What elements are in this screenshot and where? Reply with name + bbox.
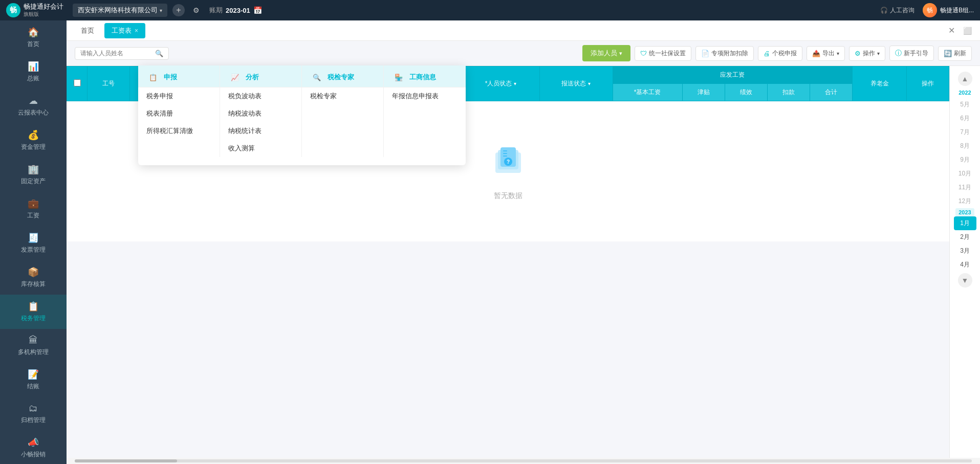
cal-month-2[interactable]: 2月 xyxy=(954,230,976,244)
window-maximize-icon[interactable]: ⬜ xyxy=(963,27,972,35)
add-person-label: 添加人员 xyxy=(591,49,617,58)
add-person-button[interactable]: 添加人员 ▾ xyxy=(582,45,630,61)
cal-month-9[interactable]: 9月 xyxy=(954,153,976,167)
cal-month-5[interactable]: 5月 xyxy=(954,98,976,112)
popup-item-tax-fluctuate[interactable]: 纳税波动表 xyxy=(220,105,301,122)
cloud-icon: ☁ xyxy=(29,95,38,106)
inventory-icon: 📦 xyxy=(28,267,39,278)
guide-toolbar-icon: ⓘ xyxy=(895,49,902,58)
cal-prev-button[interactable]: ▲ xyxy=(958,72,972,86)
popup-section-header-fenxi: 📈 分析 xyxy=(220,65,301,87)
popup-section-fenxi: 📈 分析 税负波动表 纳税波动表 纳税统计表 收入测算 xyxy=(220,65,302,157)
popup-item-tax-stat[interactable]: 纳税统计表 xyxy=(220,122,301,140)
sidebar-label-salary: 工资 xyxy=(27,211,39,220)
checkbox-header[interactable] xyxy=(67,67,88,101)
help-button[interactable]: 🎧 人工咨询 xyxy=(880,6,914,15)
cal-month-12[interactable]: 12月 xyxy=(954,194,976,208)
company-selector[interactable]: 西安虾米网络科技有限公司 ▾ xyxy=(73,4,167,17)
archive-icon: 🗂 xyxy=(29,403,38,414)
content-area: 首页 工资表 × ✕ ⬜ 🔍 添加人员 ▾ 🛡 统一社保设置 xyxy=(67,20,980,464)
sidebar-label-archive: 归档管理 xyxy=(21,416,46,425)
tab-close-icon[interactable]: × xyxy=(135,27,138,34)
shuijian-icon: 🔍 xyxy=(310,71,323,84)
sidebar-item-inventory[interactable]: 📦 库存核算 xyxy=(0,260,67,295)
cal-month-10[interactable]: 10月 xyxy=(954,167,976,181)
hscroll-thumb[interactable] xyxy=(75,459,177,462)
popup-item-tax-form[interactable]: 税表清册 xyxy=(138,105,220,122)
popup-section-header-gongshang: 🏪 工商信息 xyxy=(384,65,466,87)
cal-month-3[interactable]: 3月 xyxy=(954,244,976,258)
hscroll-track[interactable] xyxy=(75,459,972,462)
operate-button[interactable]: ⚙ 操作 ▾ xyxy=(849,46,885,61)
operate-arrow-icon: ▾ xyxy=(877,51,880,56)
sidebar-item-close[interactable]: 📝 结账 xyxy=(0,363,67,397)
logo-text: 畅捷通好会计 旗舰版 xyxy=(24,3,63,18)
col-op: 操作 xyxy=(906,67,949,101)
popup-section-header-shuijian: 🔍 税检专家 xyxy=(302,65,383,87)
headset-icon: 🎧 xyxy=(880,7,888,14)
sidebar-item-assets[interactable]: 🏢 固定资产 xyxy=(0,158,67,192)
sidebar-label-fund: 资金管理 xyxy=(21,143,46,151)
sidebar-item-salary[interactable]: 💼 工资 xyxy=(0,192,67,226)
cal-month-8[interactable]: 8月 xyxy=(954,139,976,153)
popup-section-header-sbao: 📋 申报 xyxy=(138,65,220,87)
sidebar-item-fund[interactable]: 💰 资金管理 xyxy=(0,123,67,158)
export-button[interactable]: 📤 导出 ▾ xyxy=(807,46,845,61)
social-insurance-button[interactable]: 🛡 统一社保设置 xyxy=(635,46,691,61)
popup-item-tax-burden[interactable]: 税负波动表 xyxy=(220,87,301,105)
calendar-icon[interactable]: 📅 xyxy=(253,6,262,14)
special-deduction-button[interactable]: 📄 专项附加扣除 xyxy=(695,46,754,61)
cal-month-11[interactable]: 11月 xyxy=(954,181,976,194)
fenxi-icon: 📈 xyxy=(228,71,242,84)
sidebar-item-archive[interactable]: 🗂 归档管理 xyxy=(0,397,67,431)
search-input[interactable] xyxy=(80,50,152,57)
cal-month-6[interactable]: 6月 xyxy=(954,112,976,125)
sidebar-item-expense[interactable]: 📣 小畅报销 xyxy=(0,431,67,464)
sidebar-item-home[interactable]: 🏠 首页 xyxy=(0,20,67,55)
user-name: 畅捷通B组... xyxy=(940,6,974,15)
add-person-dropdown-icon: ▾ xyxy=(619,50,622,57)
empty-icon: ? xyxy=(488,142,529,183)
popup-item-income-estimate[interactable]: 收入测算 xyxy=(220,140,301,157)
tab-home[interactable]: 首页 xyxy=(75,22,100,39)
tab-salary[interactable]: 工资表 × xyxy=(104,23,145,38)
search-icon[interactable]: 🔍 xyxy=(155,50,163,57)
select-all-checkbox[interactable] xyxy=(74,79,81,86)
popup-item-tax-expert[interactable]: 税检专家 xyxy=(302,87,383,105)
guide-button[interactable]: ⓘ 新手引导 xyxy=(889,46,934,61)
popup-item-income-settle[interactable]: 所得税汇算清缴 xyxy=(138,122,220,140)
gongshang-icon: 🏪 xyxy=(392,71,405,84)
export-icon: 📤 xyxy=(812,50,820,57)
sidebar-item-ledger[interactable]: 📊 总账 xyxy=(0,55,67,89)
ledger-icon: 📊 xyxy=(28,61,39,72)
sbao-title: 申报 xyxy=(164,73,177,82)
cal-month-1[interactable]: 1月 xyxy=(954,216,976,230)
popup-section-sbao: 📋 申报 税务申报 税表清册 所得税汇算清缴 xyxy=(138,65,220,157)
sub-col-performance: 绩效 xyxy=(725,84,767,101)
sidebar-item-invoice[interactable]: 🧾 发票管理 xyxy=(0,226,67,260)
popup-item-tax-report[interactable]: 税务申报 xyxy=(138,87,220,105)
popup-item-annual-report[interactable]: 年报信息申报表 xyxy=(384,87,466,105)
refresh-button[interactable]: 🔄 刷新 xyxy=(938,46,972,61)
col-group-salary: 应发工资 xyxy=(613,67,853,84)
user-menu[interactable]: 畅 畅捷通B组... xyxy=(923,3,974,17)
multi-icon: 🏛 xyxy=(29,335,38,346)
cal-month-7[interactable]: 7月 xyxy=(954,125,976,139)
sidebar-item-multi[interactable]: 🏛 多机构管理 xyxy=(0,329,67,363)
sidebar-item-tax[interactable]: 📋 税务管理 xyxy=(0,295,67,329)
settings-icon[interactable]: ⚙ xyxy=(190,4,202,16)
cal-month-4[interactable]: 4月 xyxy=(954,258,976,272)
sidebar-label-ledger: 总账 xyxy=(27,74,39,83)
sbao-icon: 📋 xyxy=(146,71,160,84)
tax-report-button[interactable]: 🖨 个税申报 xyxy=(758,46,802,61)
window-close-icon[interactable]: ✕ xyxy=(948,26,955,35)
tax-report-icon: 🖨 xyxy=(764,50,770,57)
popup-sections: 📋 申报 税务申报 税表清册 所得税汇算清缴 📈 分析 税负波动表 纳税波动表 … xyxy=(138,65,466,157)
sidebar-item-cloud[interactable]: ☁ 云报表中心 xyxy=(0,89,67,123)
add-company-button[interactable]: + xyxy=(172,4,185,16)
cal-next-button[interactable]: ▼ xyxy=(958,273,972,288)
salary-icon: 💼 xyxy=(28,198,39,209)
search-box: 🔍 xyxy=(75,47,169,60)
svg-rect-4 xyxy=(503,153,507,154)
gongshang-title: 工商信息 xyxy=(409,73,436,82)
